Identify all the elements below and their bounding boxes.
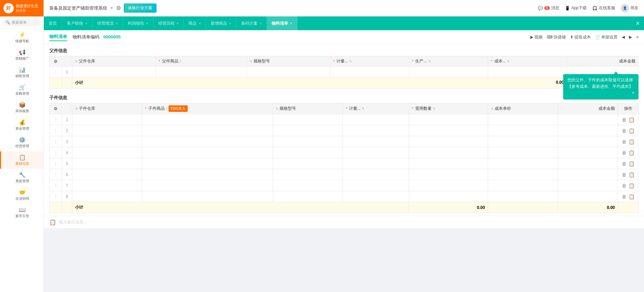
tab-customer-close[interactable]: × [85,22,87,25]
tab-ops-history[interactable]: 经营历程 × [153,16,184,30]
child-goods-2[interactable] [142,125,273,136]
tab-bom[interactable]: 物料清单 × [267,16,297,30]
child-goods-8[interactable] [142,191,273,202]
child-spec-2[interactable] [273,125,343,136]
child-warehouse-8[interactable] [72,191,142,202]
tab-new-goods[interactable]: 新增商品 × [206,16,236,30]
close-all-tabs-button[interactable]: ✕ [631,20,644,27]
parent-unit-cell[interactable] [330,67,409,78]
child-qty-1[interactable] [409,114,488,125]
tab-goods-close[interactable]: × [199,22,201,25]
child-spec-5[interactable] [273,158,343,169]
child-spec-1[interactable] [273,114,343,125]
child-spec-4[interactable] [273,147,343,158]
child-qty-3[interactable] [409,136,488,147]
single-settings-btn[interactable]: 📄 单据设置 [595,34,618,40]
child-unit-1[interactable] [343,114,409,125]
parent-warehouse-cell[interactable] [72,67,156,78]
parent-th-settings[interactable]: ⚙ [50,56,62,67]
child-unit-3[interactable] [343,136,409,147]
copy-icon[interactable]: 📋 [629,161,634,166]
tab-profit-report[interactable]: 利润报告 × [123,16,153,30]
child-warehouse-2[interactable] [72,125,142,136]
sidebar-item-inventory[interactable]: 📦 库存核算 [0,99,44,116]
copy-icon[interactable]: 📋 [629,117,634,122]
sidebar-item-operations[interactable]: ⚙️ 经营管理 [0,134,44,151]
child-warehouse-4[interactable] [72,147,142,158]
nav-list-btn[interactable]: ≡ [636,35,639,39]
app-download-item[interactable]: 📱 App下载 [565,5,587,11]
delete-icon[interactable]: 🗑 [622,128,627,133]
delete-icon[interactable]: 🗑 [622,172,627,177]
help-icon[interactable]: ℹ [166,106,168,111]
view-video-btn[interactable]: ▶ 视频 [530,34,543,40]
nav-prev-btn[interactable]: ◀ [622,35,625,39]
delete-icon[interactable]: 🗑 [622,194,627,199]
delete-icon[interactable]: 🗑 [622,117,627,122]
child-unit-8[interactable] [343,191,409,202]
tab-goods[interactable]: 商品 × [184,16,206,30]
child-qty-7[interactable] [409,180,488,191]
sidebar-item-purchase[interactable]: 🛒 采购管理 [0,81,44,99]
child-warehouse-3[interactable] [72,136,142,147]
message-item[interactable]: 💬 6 消息 [538,5,559,11]
parent-spec-cell[interactable] [247,67,330,78]
child-unit-2[interactable] [343,125,409,136]
scan-input-button[interactable]: 扫码录入 [169,105,188,112]
child-spec-6[interactable] [273,169,343,180]
tab-ops-status[interactable]: 经营情况 × [92,16,123,30]
sidebar-item-enterprise[interactable]: 🤝 企业协同 [0,186,44,204]
copy-icon[interactable]: 📋 [629,128,634,133]
sidebar-item-sales[interactable]: 📊 销售管理 [0,64,44,81]
sidebar-item-basic-info[interactable]: 📋 基础信息 [0,151,44,169]
tab-barcode-close[interactable]: × [260,22,262,25]
shortcut-btn[interactable]: ⌨ 快捷键 [547,34,566,40]
delete-icon[interactable]: 🗑 [622,150,627,155]
child-warehouse-1[interactable] [72,114,142,125]
tab-barcode[interactable]: 条码方案 × [236,16,267,30]
copy-icon[interactable]: 📋 [629,139,634,144]
tab-bom-close[interactable]: × [290,22,292,25]
delete-icon[interactable]: 🗑 [622,161,627,166]
copy-icon[interactable]: 📋 [629,150,634,155]
child-qty-4[interactable] [409,147,488,158]
tab-new-goods-close[interactable]: × [229,22,231,25]
nav-next-btn[interactable]: ▶ [629,35,632,39]
user-item[interactable]: 👤 用友 [621,4,639,12]
child-goods-3[interactable] [142,136,273,147]
child-warehouse-5[interactable] [72,158,142,169]
delete-icon[interactable]: 🗑 [622,183,627,188]
child-unit-6[interactable] [343,169,409,180]
child-goods-1[interactable] [142,114,273,125]
child-qty-2[interactable] [409,125,488,136]
system-dropdown-icon[interactable]: ▼ [110,6,113,10]
sidebar-item-quick-nav[interactable]: ⚡ 快捷导航 [0,29,44,46]
trial-button[interactable]: 体验行业方案 [124,3,157,13]
tab-profit-close[interactable]: × [146,22,148,25]
parent-cost-cell[interactable] [488,67,567,78]
tab-home[interactable]: 首页 [44,16,62,30]
child-unit-5[interactable] [343,158,409,169]
sidebar-item-guide[interactable]: 📖 新手引导 [0,204,44,221]
sidebar-item-marketing[interactable]: 📢 营销推广 [0,46,44,64]
delete-icon[interactable]: 🗑 [622,139,627,144]
help-icon[interactable]: ℹ [179,59,181,64]
child-th-settings[interactable]: ⚙ [50,103,62,114]
child-spec-3[interactable] [273,136,343,147]
online-service-item[interactable]: 🎧 在线客服 [592,5,615,11]
tab-ops-history-close[interactable]: × [177,22,179,25]
extract-cost-btn[interactable]: ⬆ 提取成本 [570,34,591,40]
child-qty-5[interactable] [409,158,488,169]
child-qty-6[interactable] [409,169,488,180]
tooltip-close-button[interactable]: × [632,90,634,96]
child-warehouse-6[interactable] [72,169,142,180]
sidebar-item-system[interactable]: 🔧 系统管理 [0,169,44,186]
child-unit-7[interactable] [343,180,409,191]
tab-ops-close[interactable]: × [116,22,118,25]
child-spec-7[interactable] [273,180,343,191]
parent-production-cell[interactable] [409,67,488,78]
child-goods-5[interactable] [142,158,273,169]
child-goods-7[interactable] [142,180,273,191]
child-warehouse-7[interactable] [72,180,142,191]
child-spec-8[interactable] [273,191,343,202]
